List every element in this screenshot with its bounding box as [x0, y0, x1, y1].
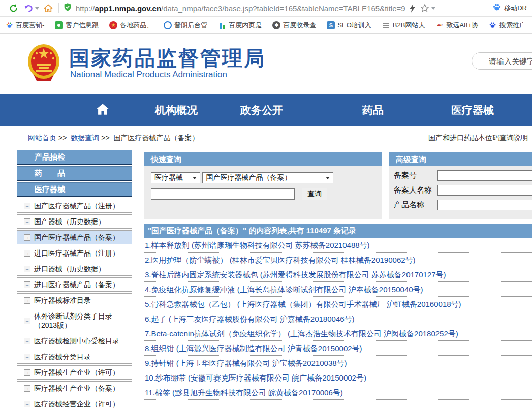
baidu-paw-profile-icon	[492, 3, 502, 14]
item-bullet-icon	[24, 369, 30, 376]
sidebar-item-label: 进口器械（历史数据）	[34, 264, 105, 273]
back-icon[interactable]	[22, 2, 35, 14]
result-link[interactable]: 7.Beta-catenin抗体试剂（免疫组织化学） (上海杰浩生物技术有限公司…	[144, 326, 532, 341]
refresh-icon[interactable]	[7, 2, 19, 14]
query-button[interactable]: 查询	[302, 188, 327, 200]
item-bullet-icon	[24, 234, 30, 241]
url-prefix: http://	[76, 4, 95, 13]
bookmark-label: SEO培训入	[337, 21, 371, 30]
advanced-query-panel: 高级查询 备案号 备案人名称 产品名称	[389, 152, 532, 219]
site-header: 国家药品监督管理局 National Medical Products Admi…	[0, 34, 532, 94]
nav-item-medical-devices[interactable]: 医疗器械	[451, 94, 494, 126]
sidebar-item-testing-center-catalog[interactable]: 医疗器械检测中心受检目录	[17, 334, 132, 348]
table-select[interactable]: 国产医疗器械产品（备案）	[202, 172, 333, 183]
site-search-input[interactable]	[472, 52, 532, 70]
bookmark-baidu-pages[interactable]: 百度内页是	[218, 21, 262, 30]
sidebar-header-drug[interactable]: 药 品	[17, 166, 132, 181]
breadcrumb-current: 国产医疗器械产品（备案）	[114, 134, 199, 142]
result-link[interactable]: 3.脊柱后路内固定系统安装器械包 (苏州爱得科技发展股份有限公司 苏苏械备201…	[144, 267, 532, 282]
breadcrumb-home-link[interactable]: 网站首页	[28, 134, 56, 142]
sidebar-header-product-sampling[interactable]: 产品抽检	[17, 150, 132, 165]
category-select[interactable]: 医疗器械	[151, 172, 200, 183]
product-name-label: 产品名称	[394, 200, 437, 210]
bookmark-b2b-sites[interactable]: B2B网站大	[382, 21, 425, 30]
bookmark-label: 百度营销-	[16, 21, 44, 30]
bookmarks-bar: 百度营销- 客户信息跟 ★ 各地药品、 普朗后台管 百度内页是 ✱ 百度收录查 …	[0, 17, 532, 34]
sidebar-item-dealer-licensed[interactable]: 医疗器械经营企业（许可）	[17, 397, 132, 409]
dropdown-caret-icon	[193, 177, 197, 179]
sidebar-item-label: 医疗器械分类目录	[34, 352, 91, 361]
back-menu-caret-icon[interactable]	[35, 7, 39, 10]
bookmark-search-promotion[interactable]: 搜索推广	[489, 21, 526, 30]
result-link[interactable]: 8.组织钳 (上海源兴医疗器械制造有限公司 沪青械备20150002号)	[144, 341, 532, 356]
result-link[interactable]: 5.骨科急救器械包（乙包） (上海医疗器械（集团）有限公司手术器械厂 沪虹械备2…	[144, 297, 532, 311]
sidebar-item-domestic-registered[interactable]: 国产医疗器械产品（注册）	[17, 199, 132, 213]
advanced-query-title: 高级查询	[389, 152, 532, 166]
star-menu-caret-icon[interactable]	[431, 7, 435, 10]
filing-number-input[interactable]	[437, 170, 532, 181]
sidebar-item-import-history[interactable]: 进口器械（历史数据）	[17, 262, 132, 276]
nav-home-icon[interactable]	[96, 103, 110, 118]
baidu-sem-favicon	[489, 21, 497, 29]
sidebar-item-import-registered[interactable]: 进口医疗器械产品（注册）	[17, 246, 132, 260]
bookmark-star-icon[interactable]	[419, 2, 431, 14]
results-panel: "国产医疗器械产品（备案）" 的内容列表,共有 110497 条记录 1.样本释…	[144, 224, 532, 400]
bookmark-pulang-admin[interactable]: 普朗后台管	[164, 21, 207, 30]
unit-code-help-link[interactable]: 国产和进口药品本位码查询说明	[428, 134, 528, 143]
seo-favicon: S	[327, 21, 335, 29]
lightning-extension-icon[interactable]	[406, 2, 419, 14]
sidebar-item-ivd-subcatalog[interactable]: 体外诊断试剂分类子目录 （2013版）	[17, 309, 132, 332]
result-link[interactable]: 9.持针钳 (上海玉华医疗器械有限公司 沪宝械备20210038号)	[144, 356, 532, 370]
bookmark-seo-training[interactable]: S SEO培训入	[327, 21, 371, 30]
keyword-input[interactable]	[151, 188, 295, 200]
sidebar-item-label: 医疗器械生产企业（许可）	[34, 368, 119, 377]
sidebar-header-medical-device[interactable]: 医疗器械	[17, 182, 132, 197]
sidebar-item-manufacturer-licensed[interactable]: 医疗器械生产企业（许可）	[17, 365, 132, 380]
bookmark-label: 百度收录查	[283, 21, 316, 30]
sidebar-item-label: 进口医疗器械产品（注册）	[34, 248, 119, 258]
sidebar-item-import-filed[interactable]: 进口医疗器械产品（备案）	[17, 277, 132, 292]
bookmark-baidu-index[interactable]: ✱ 百度收录查	[272, 21, 316, 30]
sidebar-item-label: 国产医疗器械产品（注册）	[34, 201, 119, 210]
sidebar-item-classification-catalog[interactable]: 医疗器械分类目录	[17, 350, 132, 364]
sidebar-item-standards-catalog[interactable]: 医疗器械标准目录	[17, 293, 132, 307]
breadcrumb: 网站首页>> 数据查询>> 国产医疗器械产品（备案）	[28, 134, 199, 143]
nav-item-org-overview[interactable]: 机构概况	[155, 94, 198, 126]
bookmark-zhiyuan-a8[interactable]: A8 致远A8+协	[435, 21, 478, 30]
address-bar[interactable]: http://app1.nmpa.gov.cn/data_nmpa/face3/…	[63, 2, 480, 14]
bookmark-label: 百度内页是	[229, 21, 262, 30]
pulang-favicon	[164, 21, 172, 29]
item-bullet-icon	[24, 401, 30, 407]
item-bullet-icon	[24, 250, 30, 257]
sidebar-item-label: 医疗器械标准目录	[34, 296, 91, 305]
sidebar-item-manufacturer-filed[interactable]: 医疗器械生产企业（备案）	[17, 381, 132, 395]
product-name-input[interactable]	[437, 200, 532, 210]
sidebar-item-domestic-history[interactable]: 国产器械（历史数据）	[17, 214, 132, 229]
result-link[interactable]: 10.纱布绷带 (安徽可赛克医疗器械有限公司 皖广械备20150002号)	[144, 370, 532, 385]
category-select-value: 医疗器械	[154, 173, 183, 182]
breadcrumb-data-query-link[interactable]: 数据查询	[71, 134, 99, 142]
profile-area[interactable]: 移动DR	[492, 3, 527, 14]
item-bullet-icon	[24, 318, 30, 324]
sidebar-item-label: 医疗器械经营企业（许可）	[34, 399, 119, 408]
home-icon[interactable]	[42, 2, 54, 14]
bookmark-customer-info[interactable]: 客户信息跟	[55, 21, 99, 30]
result-link[interactable]: 11.棉签 (黟县旭升生物科技有限公司 皖黄械备20170006号)	[144, 385, 532, 400]
site-title: 国家药品监督管理局	[69, 44, 266, 72]
sidebar-item-domestic-filed[interactable]: 国产医疗器械产品（备案）	[17, 230, 132, 244]
result-link[interactable]: 4.免疫组化抗原修复缓冲液 (上海长岛抗体诊断试剂有限公司 沪奉械备201500…	[144, 282, 532, 297]
list-favicon	[382, 21, 390, 29]
result-link[interactable]: 6.起子 (上海三友医疗器械股份有限公司 沪嘉械备20180046号)	[144, 311, 532, 326]
site-subtitle: National Medical Products Administration	[70, 70, 227, 80]
toolbar-divider	[484, 3, 484, 13]
bookmark-label: 致远A8+协	[446, 21, 478, 30]
filer-name-input[interactable]	[437, 185, 532, 196]
nav-item-gov-affairs[interactable]: 政务公开	[240, 94, 283, 126]
nav-item-drugs[interactable]: 药品	[362, 94, 384, 126]
item-bullet-icon	[24, 338, 30, 344]
bookmark-regional-drugs[interactable]: ★ 各地药品、	[109, 21, 153, 30]
results-header: "国产医疗器械产品（备案）" 的内容列表,共有 110497 条记录	[144, 224, 532, 238]
bookmark-baidu-marketing[interactable]: 百度营销-	[5, 21, 44, 30]
result-link[interactable]: 1.样本释放剂 (苏州谱康瑞生物科技有限公司 苏苏械备20210488号)	[144, 238, 532, 253]
result-link[interactable]: 2.医用护理（防尘螨被） (桂林市爱宝贝医疗科技有限公司 桂桂械备2019006…	[144, 253, 532, 267]
